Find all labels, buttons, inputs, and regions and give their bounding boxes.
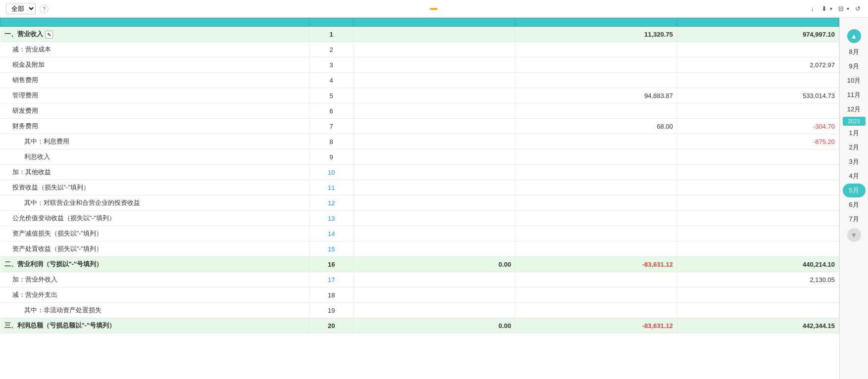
table-cell-prev	[677, 42, 839, 57]
table-cell-ytd	[515, 195, 677, 211]
table-row: 三、利润总额（亏损总额以"-"号填列）200.00-83,631.12442,3…	[0, 318, 839, 333]
sidebar-month-item[interactable]: 4月	[843, 169, 866, 183]
table-row: 一、营业收入✎111,320.75974,997.10	[0, 27, 839, 42]
table-row: 研发费用6	[0, 103, 839, 119]
table-row: 二、营业利润（亏损以"-"号填列）160.00-83,631.12440,214…	[0, 257, 839, 272]
print-button[interactable]: ⊟ ▾	[838, 5, 849, 12]
table-cell-prev: -875.20	[677, 134, 839, 149]
table-cell-item: 公允价值变动收益（损失以"-"填列）	[12, 214, 116, 222]
table-cell-row: 3	[309, 57, 354, 73]
table-row: 利息收入9	[0, 149, 839, 165]
table-cell-month	[354, 272, 515, 287]
table-cell-row: 10	[309, 165, 354, 180]
main-layout: 一、营业收入✎111,320.75974,997.10减：营业成本2税金及附加3…	[0, 18, 868, 379]
table-cell-month	[354, 241, 515, 257]
help-icon[interactable]: ?	[40, 4, 49, 13]
table-cell-month	[354, 226, 515, 241]
sidebar-month-item[interactable]: 11月	[843, 88, 866, 102]
top-bar-left: 全部 ?	[6, 3, 49, 14]
report-table: 一、营业收入✎111,320.75974,997.10减：营业成本2税金及附加3…	[0, 18, 839, 333]
back-icon: ↓	[811, 5, 815, 12]
table-cell-month	[354, 42, 515, 57]
status-badge[interactable]	[430, 8, 438, 10]
table-cell-row: 12	[309, 195, 354, 211]
download-icon: ⬇	[821, 5, 827, 12]
table-cell-prev	[677, 211, 839, 226]
table-cell-prev	[677, 241, 839, 257]
sidebar-month-item[interactable]: 1月	[843, 126, 866, 140]
table-cell-item: 销售费用	[12, 76, 38, 84]
table-cell-month	[354, 103, 515, 119]
top-bar-right: ↓ ⬇ ▾ ⊟ ▾ ↺	[811, 5, 863, 12]
table-cell-month	[354, 195, 515, 211]
sidebar-month-item[interactable]: 9月	[843, 59, 866, 73]
col-header-row	[309, 18, 354, 27]
sidebar-month-item[interactable]: 7月	[843, 212, 866, 226]
table-cell-month	[354, 134, 515, 149]
table-area: 一、营业收入✎111,320.75974,997.10减：营业成本2税金及附加3…	[0, 18, 839, 379]
sidebar-month-item[interactable]: 10月	[843, 74, 866, 88]
table-row: 管理费用594,883.87533,014.73	[0, 88, 839, 103]
sidebar-month-item[interactable]: 3月	[843, 155, 866, 169]
table-cell-prev	[677, 226, 839, 241]
table-cell-row: 16	[309, 257, 354, 272]
sidebar-month-item[interactable]: 2023	[843, 117, 866, 126]
table-row: 加：其他收益10	[0, 165, 839, 180]
table-cell-item: 研发费用	[12, 107, 38, 114]
scope-dropdown[interactable]: 全部	[6, 3, 36, 14]
table-cell-month	[354, 303, 515, 318]
table-cell-ytd	[515, 287, 677, 303]
sidebar-month-item[interactable]: 6月	[843, 198, 866, 212]
table-cell-row: 11	[309, 180, 354, 195]
table-cell-row: 2	[309, 42, 354, 57]
table-cell-prev	[677, 287, 839, 303]
table-row: 投资收益（损失以"-"填列）11	[0, 180, 839, 195]
table-cell-month	[354, 57, 515, 73]
table-cell-prev	[677, 180, 839, 195]
table-cell-row: 7	[309, 119, 354, 134]
table-row: 减：营业外支出18	[0, 287, 839, 303]
table-cell-row: 19	[309, 303, 354, 318]
table-cell-month	[354, 27, 515, 42]
table-cell-ytd	[515, 303, 677, 318]
sidebar-month-item[interactable]: 8月	[843, 45, 866, 59]
table-cell-item: 减：营业外支出	[12, 291, 57, 298]
sidebar-down-button[interactable]: ▼	[847, 228, 861, 242]
table-cell-prev: 2,130.05	[677, 272, 839, 287]
table-cell-row: 1	[309, 27, 354, 42]
col-header-item	[0, 18, 309, 27]
right-sidebar: ▲ 8月9月10月11月12月20231月2月3月4月5月6月7月 ▼	[839, 18, 868, 379]
table-cell-row: 15	[309, 241, 354, 257]
table-cell-prev	[677, 103, 839, 119]
refresh-button[interactable]: ↺	[855, 5, 862, 12]
table-cell-ytd: 94,883.87	[515, 88, 677, 103]
sidebar-month-item[interactable]: 12月	[843, 102, 866, 116]
table-cell-row: 17	[309, 272, 354, 287]
table-row: 其中：非流动资产处置损失19	[0, 303, 839, 318]
table-row: 其中：利息费用8-875.20	[0, 134, 839, 149]
table-cell-item: 资产处置收益（损失以"-"填列）	[12, 245, 103, 252]
sidebar-up-button[interactable]: ▲	[847, 29, 861, 43]
table-row: 税金及附加32,072.97	[0, 57, 839, 73]
table-cell-row: 5	[309, 88, 354, 103]
table-cell-ytd: 68.00	[515, 119, 677, 134]
print-icon: ⊟	[838, 5, 844, 12]
table-cell-item: 二、营业利润（亏损以"-"号填列）	[4, 260, 103, 268]
table-cell-item: 税金及附加	[12, 61, 45, 68]
col-header-month	[354, 18, 515, 27]
sidebar-month-item[interactable]: 5月	[843, 184, 866, 197]
back-button[interactable]: ↓	[811, 5, 816, 12]
table-cell-item: 财务费用	[12, 122, 38, 130]
edit-icon[interactable]: ✎	[45, 31, 53, 39]
table-cell-row: 14	[309, 226, 354, 241]
table-cell-ytd	[515, 272, 677, 287]
table-cell-month	[354, 149, 515, 165]
table-cell-ytd	[515, 134, 677, 149]
table-cell-month: 0.00	[354, 318, 515, 333]
download-button[interactable]: ⬇ ▾	[821, 5, 832, 12]
table-cell-month	[354, 165, 515, 180]
table-row: 财务费用768.00-304.70	[0, 119, 839, 134]
table-cell-prev	[677, 195, 839, 211]
table-cell-ytd	[515, 180, 677, 195]
sidebar-month-item[interactable]: 2月	[843, 141, 866, 154]
